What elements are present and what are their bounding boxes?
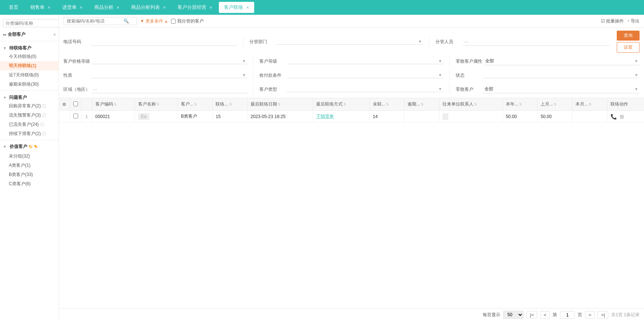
th-un-contact: 未联... ⇅ — [370, 98, 405, 111]
sidebar-all-customers[interactable]: ▪▪ 全部客户 « — [0, 30, 59, 39]
region-field: 区域（地区） ··· — [63, 86, 247, 93]
search-input[interactable] — [67, 18, 122, 24]
page-num-input[interactable] — [560, 311, 575, 319]
region-select[interactable]: ··· — [91, 86, 247, 93]
nav-purchase-close[interactable]: ✕ — [80, 6, 83, 10]
sidebar-item-tomorrow-contact[interactable]: 明天待联络(1) — [0, 61, 59, 70]
nav-home[interactable]: 首页 — [4, 2, 24, 13]
nav-customer-contact[interactable]: 客户联络 ✕ — [219, 2, 254, 13]
sort-unit-contact[interactable]: 往来单位联系人 ⇅ — [442, 101, 500, 107]
sort-last-method[interactable]: 最后联络方式 ⇅ — [316, 101, 366, 107]
prev-page-btn[interactable]: < — [540, 311, 550, 319]
th-type: 客户... ⇅ — [178, 98, 213, 111]
nav-analysis-table[interactable]: 商品分析列表 ✕ — [126, 2, 171, 13]
export-btn[interactable]: ↑ 导出 — [627, 18, 640, 24]
sort-un-contact[interactable]: 未联... ⇅ — [373, 101, 402, 107]
nav-customer-contact-close[interactable]: ✕ — [246, 6, 249, 10]
nav-customer-tier-close[interactable]: ✕ — [209, 6, 212, 10]
nav-analysis-table-close[interactable]: ✕ — [163, 6, 166, 10]
sidebar-search-input[interactable] — [3, 19, 59, 27]
retail-attr-chevron-icon: ▼ — [634, 59, 638, 63]
retail-attr-field: 零散客户属性 全部 ▼ — [456, 57, 640, 65]
nav-analysis[interactable]: 商品分析 ✕ — [89, 2, 125, 13]
sidebar-item-a-customers[interactable]: A类客户(1) — [0, 161, 59, 170]
divider-3 — [0, 140, 59, 140]
row-checkbox[interactable] — [73, 114, 78, 118]
edit-icon[interactable]: ✎ — [34, 144, 38, 149]
customer-value-select[interactable]: ▼ — [91, 58, 247, 64]
batch-action-btn[interactable]: ☑ 批量操作 — [601, 18, 624, 24]
person-select[interactable]: ··· — [463, 38, 609, 46]
sidebar-item-today-contact[interactable]: 今天待联络(0) — [0, 52, 59, 61]
nav-purchase[interactable]: 进货单 ✕ — [57, 2, 88, 13]
sort-last-date[interactable]: 最后联络日期 ⇅ — [251, 101, 310, 107]
nav-customer-tier[interactable]: 客户分层经营 ✕ — [172, 2, 217, 13]
status-select[interactable]: ▼ — [483, 72, 640, 78]
sort-code[interactable]: 客户编码 ⇅ — [95, 101, 132, 107]
customer-type-select[interactable]: ▼ — [287, 86, 443, 92]
qr-action-icon[interactable]: ⊞ — [620, 114, 624, 120]
sidebar-item-overdue-contact[interactable]: 逾期未联络(30) — [0, 80, 59, 89]
settings-icon[interactable]: ⚙ — [62, 102, 66, 107]
sidebar-item-churn-warning[interactable]: 流失预警客户(3) ⓘ — [0, 111, 59, 120]
filter-actions: 查询 设置 — [617, 31, 640, 53]
sort-type[interactable]: 客户... ⇅ — [181, 101, 210, 107]
retail-customer-chevron-icon: ▼ — [634, 87, 638, 91]
field-divider-3 — [253, 56, 253, 67]
customer-value-field: 客户价格等级 ▼ — [63, 58, 247, 65]
field-divider-4 — [449, 56, 450, 67]
dept-select[interactable]: ▼ — [277, 39, 423, 45]
gender-select[interactable]: ▼ — [91, 72, 247, 78]
sidebar-item-declining[interactable]: 持续下滑客户(2) ⓘ — [0, 129, 59, 138]
gender-chevron-icon: ▼ — [242, 73, 246, 77]
sidebar-item-churned[interactable]: 已流失客户(24) ⓘ — [0, 120, 59, 129]
next-page-btn[interactable]: > — [585, 311, 595, 319]
query-button[interactable]: 查询 — [617, 31, 640, 41]
sort-contact[interactable]: 联络... ⇅ — [216, 101, 244, 107]
sort-this-year[interactable]: 本年... ⇅ — [506, 101, 535, 107]
refresh-icon[interactable]: ↻ — [29, 144, 32, 149]
sort-last-date-icon: ⇅ — [278, 103, 281, 106]
filter-icon: ▼ — [140, 18, 144, 24]
my-customers-checkbox[interactable] — [171, 19, 176, 24]
customer-grade-select[interactable]: ▼ — [287, 58, 443, 64]
select-all-checkbox[interactable] — [73, 101, 78, 106]
sort-name[interactable]: 客户名称 ⇅ — [138, 101, 175, 107]
first-page-btn[interactable]: |< — [526, 311, 537, 319]
page-size-select[interactable]: 50 20 100 — [503, 311, 524, 319]
nav-sales[interactable]: 销售单 ✕ — [25, 2, 56, 13]
sidebar-collapse-btn[interactable]: « — [53, 32, 56, 37]
sidebar-item-week-contact[interactable]: 近7天待联络(0) — [0, 70, 59, 80]
search-icon[interactable]: 🔍 — [123, 18, 129, 24]
phone-field: 电话号码 — [63, 38, 237, 46]
checkbox-icon: ☑ — [601, 18, 605, 24]
sidebar-item-b-customers[interactable]: B类客户(33) — [0, 170, 59, 179]
phone-action-icon[interactable]: 📞 — [610, 114, 617, 120]
info-icon-1: ⓘ — [42, 113, 46, 117]
sort-unit-contact-icon: ⇅ — [474, 103, 477, 106]
person-dots-icon[interactable]: ··· — [464, 39, 469, 45]
set-button[interactable]: 设置 — [617, 42, 640, 53]
sort-overdue[interactable]: 逾期... ⇅ — [407, 101, 436, 107]
phone-input[interactable] — [91, 38, 237, 46]
sort-last-month[interactable]: 上月... ⇅ — [540, 101, 569, 107]
chevron-up-icon: ▲ — [164, 19, 168, 23]
sidebar-item-c-customers[interactable]: C类客户(6) — [0, 179, 59, 189]
sidebar-item-ungroup[interactable]: 未分组(32) — [0, 152, 59, 161]
divider-2 — [0, 90, 59, 91]
sort-this-month[interactable]: 本月... ⇅ — [575, 101, 604, 107]
more-conditions-btn[interactable]: ▼ 更多条件 ▲ — [140, 18, 168, 24]
row-un-contact: 14 — [370, 111, 405, 122]
nav-sales-close[interactable]: ✕ — [48, 6, 50, 10]
search-box: 🔍 — [63, 17, 137, 25]
nav-analysis-close[interactable]: ✕ — [116, 6, 119, 10]
th-this-month: 本月... ⇅ — [572, 98, 607, 111]
region-dots-icon[interactable]: ··· — [93, 86, 97, 92]
last-page-btn[interactable]: >| — [598, 311, 608, 319]
retail-customer-select[interactable]: 全部 ▼ — [483, 85, 640, 93]
last-method-link[interactable]: 下销货单 — [316, 114, 334, 119]
sidebar-item-repurchase-abnormal[interactable]: 回购异常客户(2) ⓘ — [0, 101, 59, 111]
payment-select[interactable]: ▼ — [287, 72, 443, 78]
retail-attr-select[interactable]: 全部 ▼ — [484, 57, 640, 65]
sort-un-contact-icon: ⇅ — [386, 103, 389, 106]
